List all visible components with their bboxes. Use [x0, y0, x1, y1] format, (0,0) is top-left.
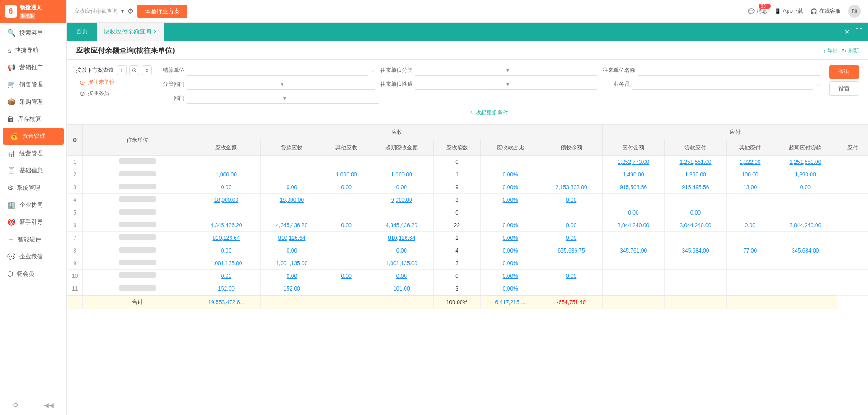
- footer-setting-btn[interactable]: ⚙: [9, 400, 22, 410]
- sidebar-item-system[interactable]: ⚙ 系统管理: [0, 179, 66, 196]
- row-yingshou-1[interactable]: 4,345,436.20: [261, 219, 323, 232]
- export-btn[interactable]: ↑ 导出: [823, 47, 838, 55]
- sidebar-item-member[interactable]: ⬡ 畅会员: [0, 265, 66, 282]
- row-yingshou-4[interactable]: 2: [434, 232, 481, 244]
- row-yingfu-0[interactable]: 3,044,240.00: [602, 219, 664, 232]
- messages-btn[interactable]: 💬 消息 99+: [748, 7, 767, 15]
- sidebar-item-sales[interactable]: 🛒 销售管理: [0, 76, 66, 93]
- row-yingshou-4[interactable]: 3: [434, 257, 481, 270]
- row-yingshou-3[interactable]: 101.00: [370, 282, 433, 296]
- row-yingshou-0[interactable]: 152.00: [192, 282, 260, 296]
- row-yingshou-6[interactable]: 0.00: [540, 194, 602, 206]
- row-yingshou-5[interactable]: 0.00%: [481, 232, 540, 244]
- row-yingfu-2[interactable]: 77.00: [726, 244, 774, 257]
- partner-type-select[interactable]: ▾: [415, 65, 598, 76]
- tab-close-icon[interactable]: ×: [154, 29, 157, 35]
- salesman-input[interactable]: [632, 79, 813, 90]
- row-yingfu-2[interactable]: 100.00: [726, 168, 774, 181]
- row-yingshou-4[interactable]: 3: [434, 282, 481, 296]
- partner-nature-select[interactable]: ▾: [415, 79, 598, 90]
- collapse-bar[interactable]: ∧ 收起更多条件: [157, 107, 820, 119]
- row-yingshou-0[interactable]: 810,126.64: [192, 232, 260, 244]
- row-yingshou-0[interactable]: 1,001,135.00: [192, 257, 260, 270]
- row-yingshou-3[interactable]: 1,000.00: [370, 168, 433, 181]
- row-yingshou-1[interactable]: 0.00: [261, 181, 323, 194]
- scheme-add-btn[interactable]: +: [117, 65, 127, 75]
- row-yingshou-2[interactable]: 1,000.00: [323, 168, 370, 181]
- subdept-select[interactable]: ▾: [187, 93, 379, 104]
- row-yingshou-6[interactable]: 0.00: [540, 270, 602, 282]
- row-yingshou-5[interactable]: 0.00%: [481, 257, 540, 270]
- row-yingfu-2[interactable]: 13.00: [726, 181, 774, 194]
- row-yingshou-3[interactable]: 0.00: [370, 244, 433, 257]
- tab-close-window-icon[interactable]: ✕: [844, 28, 850, 36]
- sidebar-item-hardware[interactable]: 🖥 智能硬件: [0, 231, 66, 248]
- sidebar-item-corp[interactable]: 🏢 企业协同: [0, 196, 66, 214]
- topbar-dropdown-arrow[interactable]: ▾: [121, 8, 124, 14]
- row-yingshou-0[interactable]: 1,000.00: [192, 168, 260, 181]
- row-yingfu-3[interactable]: 1,251,551.00: [774, 156, 837, 168]
- scheme-item-partner[interactable]: ⊙ 按往来单位: [76, 77, 152, 87]
- row-yingshou-0[interactable]: 0.00: [192, 181, 260, 194]
- row-yingfu-3[interactable]: 345,684.00: [774, 244, 837, 257]
- row-yingshou-4[interactable]: 3: [434, 194, 481, 206]
- tab-expand-icon[interactable]: ⛶: [855, 28, 863, 36]
- row-yingshou-5[interactable]: 0.00%: [481, 194, 540, 206]
- sidebar-item-purchase[interactable]: 📦 采购管理: [0, 93, 66, 110]
- row-yingshou-1[interactable]: 18,000.00: [261, 194, 323, 206]
- row-yingshou-2[interactable]: 0.00: [323, 219, 370, 232]
- sidebar-item-finance[interactable]: 💰 资金管理: [3, 128, 64, 145]
- row-yingshou-2[interactable]: 0.00: [323, 270, 370, 282]
- row-yingshou-1[interactable]: 810,126.64: [261, 232, 323, 244]
- row-yingfu-1[interactable]: 1,251,551.00: [665, 156, 726, 168]
- row-yingshou-0[interactable]: 18,000.00: [192, 194, 260, 206]
- row-yingfu-3[interactable]: 1,390.00: [774, 168, 837, 181]
- salesman-dots[interactable]: ···: [816, 81, 820, 88]
- sidebar-item-marketing[interactable]: 📢 营销推广: [0, 59, 66, 76]
- industry-scheme-btn[interactable]: 体验行业方案: [137, 5, 187, 18]
- row-yingshou-4[interactable]: 4: [434, 244, 481, 257]
- row-yingshou-4[interactable]: 0: [434, 156, 481, 168]
- row-yingshou-5[interactable]: 0.00%: [481, 244, 540, 257]
- row-yingfu-1[interactable]: 0.00: [665, 206, 726, 219]
- scheme-target-btn[interactable]: ⊙: [129, 65, 139, 75]
- app-download-btn[interactable]: 📱 App下载: [774, 7, 803, 15]
- row-yingshou-4[interactable]: 22: [434, 219, 481, 232]
- dept-select[interactable]: ▾: [187, 79, 375, 90]
- settlement-dots[interactable]: ···: [370, 67, 375, 74]
- row-yingshou-5[interactable]: 0.00%: [481, 270, 540, 282]
- row-yingshou-6[interactable]: 0.00: [540, 232, 602, 244]
- row-yingshou-3[interactable]: 810,126.64: [370, 232, 433, 244]
- row-yingshou-5[interactable]: 0.00%: [481, 282, 540, 296]
- row-yingfu-0[interactable]: 1,252,773.00: [602, 156, 664, 168]
- row-yingfu-1[interactable]: 3,044,240.00: [665, 219, 726, 232]
- row-yingfu-1[interactable]: 1,390.00: [665, 168, 726, 181]
- row-yingfu-2[interactable]: 1,222.00: [726, 156, 774, 168]
- row-yingshou-4[interactable]: 0: [434, 206, 481, 219]
- settlement-input[interactable]: [187, 65, 368, 76]
- topbar-gear-icon[interactable]: ⚙: [127, 7, 134, 15]
- row-yingshou-2[interactable]: 0.00: [323, 181, 370, 194]
- sidebar-item-guide[interactable]: 🎯 新手引导: [0, 214, 66, 231]
- row-yingshou-0[interactable]: 0.00: [192, 244, 260, 257]
- row-yingshou-0[interactable]: 4,345,436.20: [192, 219, 260, 232]
- refresh-btn[interactable]: ↻ 刷新: [842, 47, 859, 55]
- row-yingshou-0[interactable]: 0.00: [192, 270, 260, 282]
- sidebar-item-business[interactable]: 📊 经营管理: [0, 145, 66, 162]
- row-yingfu-0[interactable]: 915,508.56: [602, 181, 664, 194]
- row-yingshou-1[interactable]: 152.00: [261, 282, 323, 296]
- row-yingfu-3[interactable]: 0.00: [774, 181, 837, 194]
- row-yingshou-6[interactable]: 0.00: [540, 219, 602, 232]
- row-yingfu-2[interactable]: 0.00: [726, 219, 774, 232]
- th-settings[interactable]: ⚙: [67, 125, 83, 156]
- row-yingshou-3[interactable]: 0.00: [370, 270, 433, 282]
- row-yingfu-0[interactable]: 1,490.00: [602, 168, 664, 181]
- row-yingfu-0[interactable]: 345,761.00: [602, 244, 664, 257]
- row-yingshou-4[interactable]: 9: [434, 181, 481, 194]
- online-service-btn[interactable]: 🎧 在线客服: [811, 7, 841, 15]
- row-yingshou-3[interactable]: 9,000.00: [370, 194, 433, 206]
- row-yingshou-6[interactable]: 655,636.75: [540, 244, 602, 257]
- partner-name-input[interactable]: [638, 65, 820, 76]
- scheme-collapse-btn[interactable]: «: [142, 65, 152, 75]
- row-yingshou-4[interactable]: 0: [434, 270, 481, 282]
